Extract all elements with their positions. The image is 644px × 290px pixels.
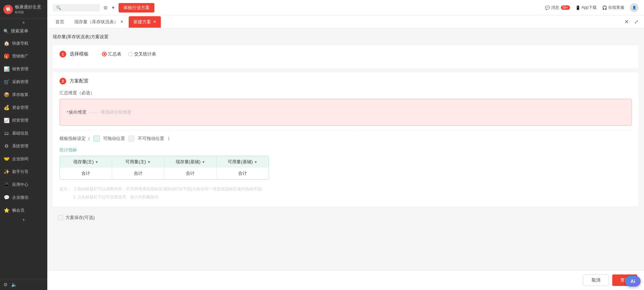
member-icon: ⭐ [3,207,9,213]
sidebar-item-operation[interactable]: 📈 经营管理 [0,114,47,127]
search-icon: 🔍 [3,29,9,34]
section1-header: 1 选择模板 汇总表 交叉统计表 [59,51,632,57]
sidebar-item-member[interactable]: ⭐ 畅会员 [0,204,47,217]
sidebar-item-label: 新手引导 [12,169,28,175]
sidebar-scroll-down[interactable]: ▼ [0,217,47,223]
sidebar-item-corp[interactable]: 🤝 企业协同 [0,152,47,165]
stats-col-2[interactable]: 可用量(主) ▼ [112,156,165,168]
step2-badge: 2 [59,78,66,84]
sidebar-item-finance[interactable]: 💰 资金管理 [0,101,47,114]
sidebar-item-label: 基础信息 [12,130,28,136]
cancel-button[interactable]: 取消 [583,274,609,286]
sidebar-item-label: 系统管理 [12,143,28,149]
box-icon: 📦 [3,92,9,98]
sidebar-item-quick-nav[interactable]: 🏠 快捷导航 [0,37,47,50]
close-panel-icon[interactable]: ✕ [622,18,631,26]
stats-col-4[interactable]: 可用量(基辅) ▼ [217,156,269,168]
chevron-down-icon: ▼ [254,160,257,164]
sidebar-item-marketing[interactable]: 🎁 营销推广 [0,50,47,63]
sidebar-item-sales[interactable]: 📊 销售管理 [0,63,47,75]
online-service-item[interactable]: 🎧 在线客服 [602,5,624,10]
settings-icon[interactable]: ⚙ [3,282,8,287]
tab-inventory-close-icon[interactable]: ✕ [120,20,123,24]
message-icon: 💬 [545,5,550,10]
headset-icon: 🎧 [602,5,607,10]
gift-icon: 🎁 [3,53,9,59]
tip-2: 2. 点击标题栏下拉可设置排序、插入列和删除列 [59,193,632,201]
sidebar-item-app-center[interactable]: 📱 应用中心 [0,178,47,191]
sidebar-item-inventory[interactable]: 📦 库存核算 [0,88,47,101]
tip-2-text: 2. 点击标题栏下拉可设置排序、插入列和删除列 [73,195,158,199]
dimension-placeholder: 请选择分组维度 [101,109,131,115]
sidebar-item-purchase[interactable]: 🛒 采购管理 [0,75,47,88]
tab-inventory-status[interactable]: 现存量（库存状况表） ✕ [70,16,128,28]
sidebar: 畅 畅康通好生意 标准版 ▲ 🔍 搜索菜单 🏠 快捷导航 🎁 营销推广 📊 销售… [0,0,47,290]
col3-label: 现存量(基辅) [176,159,201,165]
section2-header: 2 方案配置 [59,78,632,84]
app-download-label: App下载 [581,5,597,10]
header-left: 🔍 ⚙ ▼ 体验行业方案 [53,3,154,13]
tip-1: 1.拖动标题栏可以调整布局，不可跨维度或指标区域拖动栏目字段(只能在同一维度或指… [74,187,263,191]
header-search-bar[interactable]: 🔍 [53,4,100,11]
sidebar-logo: 畅 畅康通好生意 标准版 [0,0,47,19]
step2-title: 方案配置 [70,78,89,84]
sidebar-item-newbie[interactable]: ✨ 新手引导 [0,165,47,178]
app-name: 畅康通好生意 [15,4,41,10]
chevron-down-icon: ▼ [95,160,98,164]
volume-icon[interactable]: 🔈 [11,282,17,287]
radio-summary[interactable]: 汇总表 [102,51,121,57]
sidebar-scroll-up[interactable]: ▲ [0,19,47,25]
expand-panel-icon[interactable]: ⤢ [632,18,641,26]
section-choose-template: 1 选择模板 汇总表 交叉统计表 [53,45,639,68]
sidebar-item-label: 营销推广 [12,53,28,59]
sidebar-search[interactable]: 🔍 搜索菜单 [0,25,47,37]
stats-cell-2: 合计 [112,168,165,179]
template-radio-group: 汇总表 交叉统计表 [102,51,156,57]
phone-icon: 📱 [575,5,580,10]
stats-col-1[interactable]: 现存量(主) ▼ [60,156,112,168]
ai-fab-button[interactable]: Ai [625,276,641,287]
sidebar-item-basic-info[interactable]: 🗂 基础信息 [0,127,47,140]
chevron-down-icon: ▼ [202,160,205,164]
save-checkbox[interactable] [58,215,63,220]
stats-col-3[interactable]: 现存量(基辅) ▼ [165,156,217,168]
chevron-down-icon[interactable]: ▼ [111,5,115,10]
col1-label: 现存量(主) [73,159,94,165]
industry-plan-button[interactable]: 体验行业方案 [119,3,154,13]
stats-section: 统计指标 现存量(主) ▼ 可用量(主) ▼ 现存量(基辅) [59,147,632,179]
summary-dimension-label: 汇总维度（必选） [59,90,632,96]
sidebar-item-system[interactable]: ⚙ 系统管理 [0,140,47,152]
corp-icon: 🤝 [3,156,9,162]
sidebar-search-label: 搜索菜单 [11,28,28,34]
action-bar: 取消 查询 [47,270,644,290]
radio-cross[interactable]: 交叉统计表 [128,51,156,57]
sidebar-item-label: 畅会员 [12,208,24,213]
tab-new-plan-label: 新建方案 [133,19,151,25]
system-icon: ⚙ [3,143,9,149]
app-download-item[interactable]: 📱 App下载 [575,5,597,10]
wechat-icon: 💬 [3,194,9,200]
indicator-setting-suffix: ） [168,136,172,142]
message-badge: 99+ [561,5,570,10]
gear-icon[interactable]: ⚙ [103,5,108,10]
sidebar-item-wechat[interactable]: 💬 企业微信 [0,191,47,204]
phone-icon: 📱 [3,182,9,188]
message-item[interactable]: 💬 消息 99+ [545,5,570,10]
tab-new-plan-close-icon[interactable]: ✕ [153,20,156,24]
chart-icon: 📊 [3,66,9,72]
indicator-setting-label: 模板指标设定（ [59,136,90,142]
tab-new-plan[interactable]: 新建方案 ✕ [129,16,161,28]
user-avatar[interactable]: 👤 [630,3,639,12]
tab-home[interactable]: 首页 [51,16,69,28]
col4-label: 可用量(基辅) [228,159,253,165]
col2-label: 可用量(主) [125,159,146,165]
home-tab-label: 首页 [55,19,64,24]
dimension-box[interactable]: * 纵向维度 —— 请选择分组维度 [59,99,632,126]
non-draggable-indicator-box [128,136,134,142]
top-header: 🔍 ⚙ ▼ 体验行业方案 💬 消息 99+ 📱 App下载 🎧 在线客服 👤 [47,0,644,16]
header-right: 💬 消息 99+ 📱 App下载 🎧 在线客服 👤 [545,3,639,12]
sidebar-item-label: 应用中心 [12,182,28,188]
home-icon: 🏠 [3,40,9,46]
sidebar-item-label: 企业协同 [12,156,28,162]
message-label: 消息 [551,5,559,10]
